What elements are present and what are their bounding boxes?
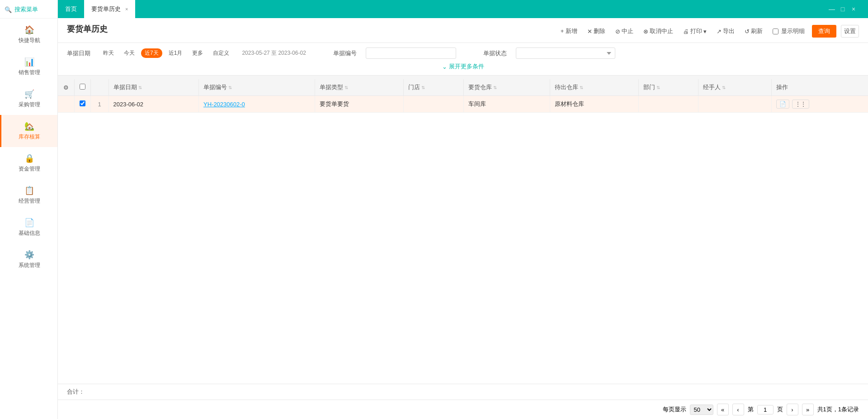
date-btn-更多[interactable]: 更多 xyxy=(189,48,207,58)
sidebar-item-purchase[interactable]: 🛒 采购管理 xyxy=(0,83,57,115)
date-btn-昨天[interactable]: 昨天 xyxy=(99,48,118,58)
maximize-button[interactable]: □ xyxy=(839,5,846,13)
prev-page-button[interactable]: ‹ xyxy=(732,404,744,415)
row-pending-warehouse-cell: 原材料仓库 xyxy=(550,96,639,113)
query-button[interactable]: 查询 xyxy=(812,25,836,38)
th-req-warehouse[interactable]: 要货仓库⇅ xyxy=(463,79,550,96)
th-department[interactable]: 部门⇅ xyxy=(639,79,698,96)
filter-area: 单据日期 昨天今天近7天近1月更多自定义 2023-05-27 至 2023-0… xyxy=(58,43,868,76)
per-page-select[interactable]: 2050100200 xyxy=(690,405,713,415)
th-doc-no[interactable]: 单据编号⇅ xyxy=(199,79,315,96)
row-more-button[interactable]: ⋮⋮ xyxy=(792,100,809,109)
doc-no-label: 单据编号 xyxy=(333,49,357,57)
date-range: 2023-05-27 至 2023-06-02 xyxy=(242,49,306,57)
cancel-stop-icon: ⊗ xyxy=(643,28,648,35)
row-doc-date-cell: 2023-06-02 xyxy=(108,96,199,113)
th-doc-date[interactable]: 单据日期⇅ xyxy=(108,79,199,96)
sidebar-item-operations[interactable]: 📋 经营管理 xyxy=(0,179,57,211)
stop-button[interactable]: ⊘ 中止 xyxy=(613,25,636,37)
select-all-checkbox[interactable] xyxy=(80,84,85,90)
first-page-button[interactable]: « xyxy=(717,404,729,415)
basic-icon: 📄 xyxy=(24,218,34,228)
th-num xyxy=(90,79,108,96)
th-settings[interactable]: ⚙ xyxy=(58,79,74,96)
page-header: 要货单历史 + 新增 ✕ 删除 ⊘ 中止 ⊗ 取消中止 xyxy=(58,18,868,43)
table-container: ⚙ 单据日期⇅ 单据编号⇅ 单据类型⇅ 门店⇅ 要货仓库⇅ 待出仓库⇅ 部门⇅ … xyxy=(58,79,868,384)
th-store[interactable]: 门店⇅ xyxy=(404,79,463,96)
sidebar-item-system[interactable]: ⚙️ 系统管理 xyxy=(0,243,57,276)
expand-icon: ⌄ xyxy=(442,63,447,70)
refresh-button[interactable]: ↺ 刷新 xyxy=(742,25,765,37)
tab-label-home: 首页 xyxy=(65,5,77,13)
row-store-cell xyxy=(404,96,463,113)
new-button[interactable]: + 新增 xyxy=(558,25,580,37)
date-btn-近1月[interactable]: 近1月 xyxy=(165,48,186,58)
table-header-row: ⚙ 单据日期⇅ 单据编号⇅ 单据类型⇅ 门店⇅ 要货仓库⇅ 待出仓库⇅ 部门⇅ … xyxy=(58,79,868,96)
sort-doc-no-icon: ⇅ xyxy=(228,85,232,90)
th-doc-type[interactable]: 单据类型⇅ xyxy=(315,79,404,96)
sidebar-search-label: 搜索菜单 xyxy=(14,5,38,14)
print-icon: 🖨 xyxy=(683,28,689,35)
delete-button[interactable]: ✕ 删除 xyxy=(585,25,608,37)
minimize-button[interactable]: — xyxy=(828,5,835,13)
next-page-button[interactable]: › xyxy=(787,404,798,415)
operations-icon: 📋 xyxy=(24,186,34,195)
sidebar-item-quick-nav[interactable]: 🏠 快捷导航 xyxy=(0,19,57,51)
tab-history[interactable]: 要货单历史× xyxy=(84,0,135,18)
page-title: 要货单历史 xyxy=(67,24,108,34)
table-body: 1 2023-06-02 YH-20230602-0 要货单要货 车间库 原材料… xyxy=(58,96,868,113)
display-detail-checkbox[interactable] xyxy=(773,29,778,34)
sidebar-item-sales[interactable]: 📊 销售管理 xyxy=(0,51,57,83)
th-handler[interactable]: 经手人⇅ xyxy=(698,79,772,96)
print-button[interactable]: 🖨 打印 ▾ xyxy=(680,25,709,37)
sidebar-item-basic[interactable]: 📄 基础信息 xyxy=(0,211,57,243)
date-btn-今天[interactable]: 今天 xyxy=(120,48,138,58)
table-row[interactable]: 1 2023-06-02 YH-20230602-0 要货单要货 车间库 原材料… xyxy=(58,96,868,113)
sidebar-label-inventory: 库存核算 xyxy=(19,133,40,141)
last-page-button[interactable]: » xyxy=(802,404,814,415)
inventory-icon: 🏡 xyxy=(24,121,34,131)
toolbar: + 新增 ✕ 删除 ⊘ 中止 ⊗ 取消中止 🖨 打印 xyxy=(558,25,859,38)
row-view-button[interactable]: 📄 xyxy=(776,100,789,109)
row-checkbox-0[interactable] xyxy=(80,100,85,106)
date-btn-近7天[interactable]: 近7天 xyxy=(141,48,162,58)
row-checkbox-cell[interactable] xyxy=(74,96,90,113)
window-controls: — □ × xyxy=(828,5,861,13)
sidebar-label-system: 系统管理 xyxy=(19,262,40,269)
finance-icon: 🔒 xyxy=(24,153,34,163)
th-pending-warehouse[interactable]: 待出仓库⇅ xyxy=(550,79,639,96)
main-area: 首页要货单历史× — □ × 要货单历史 + 新增 ✕ 删除 xyxy=(58,0,868,419)
close-button[interactable]: × xyxy=(850,5,857,13)
filter-row-1: 单据日期 昨天今天近7天近1月更多自定义 2023-05-27 至 2023-0… xyxy=(67,48,859,59)
doc-status-select[interactable] xyxy=(516,48,615,59)
sort-req-warehouse-icon: ⇅ xyxy=(493,85,497,90)
pagination-summary: 共1页，1条记录 xyxy=(817,405,859,414)
row-num-cell: 1 xyxy=(90,96,108,113)
sidebar-label-sales: 销售管理 xyxy=(19,69,40,76)
export-button[interactable]: ↗ 导出 xyxy=(714,25,737,37)
tab-home[interactable]: 首页 xyxy=(58,0,84,18)
stop-icon: ⊘ xyxy=(615,28,620,35)
page-number-input[interactable]: 1 xyxy=(757,405,774,414)
sort-handler-icon: ⇅ xyxy=(722,85,726,90)
sidebar-label-basic: 基础信息 xyxy=(19,229,40,237)
quick-nav-icon: 🏠 xyxy=(24,25,34,35)
sidebar-search[interactable]: 🔍 搜索菜单 xyxy=(0,0,57,19)
expand-conditions-button[interactable]: ⌄ 展开更多条件 xyxy=(442,62,484,71)
date-btn-自定义[interactable]: 自定义 xyxy=(209,48,233,58)
purchase-icon: 🛒 xyxy=(24,89,34,99)
sidebar-item-inventory[interactable]: 🏡 库存核算 xyxy=(0,115,57,147)
settings-button[interactable]: 设置 xyxy=(841,25,859,38)
tab-close-history[interactable]: × xyxy=(125,6,128,12)
cancel-stop-button[interactable]: ⊗ 取消中止 xyxy=(641,25,676,37)
filter-dates: 昨天今天近7天近1月更多自定义 xyxy=(99,48,233,58)
row-doc-no-cell[interactable]: YH-20230602-0 xyxy=(199,96,315,113)
display-detail-button[interactable]: 显示明细 xyxy=(770,25,807,37)
doc-no-link[interactable]: YH-20230602-0 xyxy=(203,101,245,108)
doc-status-label: 单据状态 xyxy=(483,49,507,57)
doc-no-input[interactable] xyxy=(366,48,456,59)
row-department-cell xyxy=(639,96,698,113)
th-checkbox[interactable] xyxy=(74,79,90,96)
sidebar-item-finance[interactable]: 🔒 资金管理 xyxy=(0,147,57,179)
page-goto-prefix: 第 xyxy=(748,405,754,414)
